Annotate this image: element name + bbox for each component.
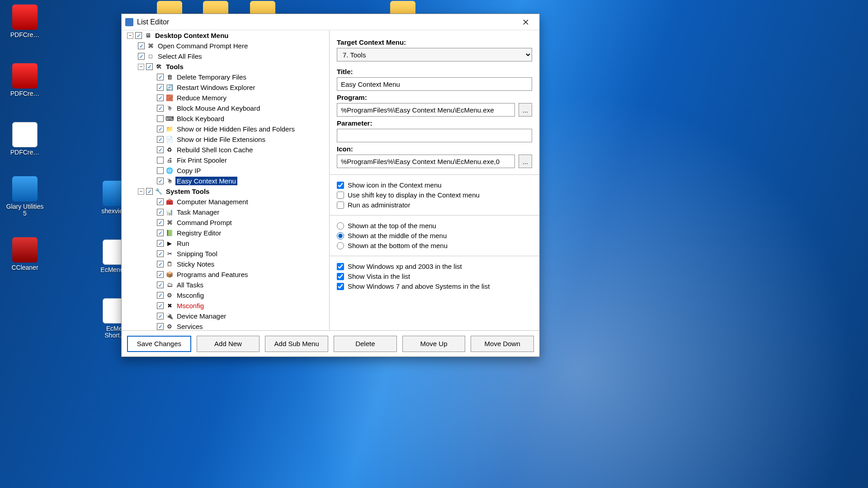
tree-checkbox[interactable] xyxy=(157,84,164,91)
desktop-icon[interactable]: CCleaner xyxy=(5,237,45,271)
position-radio[interactable]: Shown at the bottom of the menu xyxy=(337,242,532,249)
tree-node[interactable]: □Select All Files xyxy=(122,51,329,61)
radio-input[interactable] xyxy=(337,242,344,249)
tree-checkbox[interactable] xyxy=(157,115,164,122)
tree-node[interactable]: 📄Show or Hide File Extensions xyxy=(122,134,329,145)
tree-checkbox[interactable] xyxy=(157,146,164,153)
tree-node[interactable]: ✂Snipping Tool xyxy=(122,249,329,259)
desktop-icon[interactable]: Glary Utilities 5 xyxy=(5,176,45,217)
tree-node[interactable]: −🔧System Tools xyxy=(122,186,329,197)
tree-node[interactable]: ♻Rebuild Shell Icon Cache xyxy=(122,145,329,155)
tree-checkbox[interactable] xyxy=(157,282,164,288)
checkbox-input[interactable] xyxy=(337,263,344,270)
tree-node[interactable]: −🛠Tools xyxy=(122,61,329,72)
tree-checkbox[interactable] xyxy=(157,302,164,309)
radio-input[interactable] xyxy=(337,222,344,230)
expand-toggle[interactable]: − xyxy=(127,33,133,39)
tree-checkbox[interactable] xyxy=(157,230,164,236)
option-checkbox[interactable]: Use shift key to display in the Context … xyxy=(337,191,532,199)
add-sub-menu-button[interactable]: Add Sub Menu xyxy=(265,336,328,352)
radio-input[interactable] xyxy=(337,232,344,239)
tree-checkbox[interactable] xyxy=(157,136,164,143)
expand-toggle[interactable]: − xyxy=(138,188,144,195)
tree-checkbox[interactable] xyxy=(157,157,164,164)
option-checkbox[interactable]: Show icon in the Context menu xyxy=(337,181,532,189)
tree-node[interactable]: 🧱Reduce Memory xyxy=(122,93,329,103)
tree-checkbox[interactable] xyxy=(135,32,142,39)
tree-checkbox[interactable] xyxy=(157,105,164,112)
expand-toggle[interactable]: − xyxy=(138,64,144,70)
tree-checkbox[interactable] xyxy=(146,188,153,195)
tree-checkbox[interactable] xyxy=(157,292,164,299)
icon-input[interactable] xyxy=(337,155,515,168)
position-radio[interactable]: Shown at the middle of the menu xyxy=(337,232,532,239)
position-radio[interactable]: Shown at the top of the menu xyxy=(337,222,532,230)
tree-node[interactable]: ⚙Services xyxy=(122,321,329,330)
tree-node[interactable]: ⚙Msconfig xyxy=(122,290,329,300)
tree-node[interactable]: ▶Run xyxy=(122,238,329,249)
move-up-button[interactable]: Move Up xyxy=(402,336,466,352)
tree-node[interactable]: 🗒Sticky Notes xyxy=(122,259,329,269)
tree-node[interactable]: 🖨Fix Print Spooler xyxy=(122,155,329,165)
target-select[interactable]: 7. Tools xyxy=(337,48,532,61)
title-input[interactable] xyxy=(337,77,532,91)
tree-checkbox[interactable] xyxy=(138,42,145,49)
tree-checkbox[interactable] xyxy=(157,94,164,101)
tree-node[interactable]: 🌐Copy IP xyxy=(122,165,329,176)
tree-checkbox[interactable] xyxy=(157,240,164,247)
tree-scroll[interactable]: −🖥Desktop Context Menu⌘Open Command Prom… xyxy=(122,30,329,330)
tree-checkbox[interactable] xyxy=(157,323,164,330)
add-new-button[interactable]: Add New xyxy=(197,336,260,352)
tree-node[interactable]: 🗂All Tasks xyxy=(122,280,329,290)
tree-node[interactable]: 🔌Device Manager xyxy=(122,311,329,321)
tree-node[interactable]: 📗Registry Editor xyxy=(122,228,329,238)
checkbox-input[interactable] xyxy=(337,182,344,189)
checkbox-input[interactable] xyxy=(337,192,344,199)
desktop-icon[interactable]: PDFCre… xyxy=(5,122,45,156)
tree-node[interactable]: 🖱Easy Context Menu xyxy=(122,176,329,186)
tree-checkbox[interactable] xyxy=(138,53,145,60)
program-browse-button[interactable]: ... xyxy=(519,103,532,117)
icon-browse-button[interactable]: ... xyxy=(519,155,532,168)
checkbox-input[interactable] xyxy=(337,202,344,209)
tree-checkbox[interactable] xyxy=(157,313,164,319)
option-checkbox[interactable]: Show Vista in the list xyxy=(337,272,532,280)
parameter-input[interactable] xyxy=(337,129,532,142)
program-input[interactable] xyxy=(337,103,515,117)
tree-checkbox[interactable] xyxy=(157,74,164,80)
tree-node[interactable]: 📁Show or Hide Hidden Files and Folders xyxy=(122,124,329,134)
tree-checkbox[interactable] xyxy=(157,250,164,257)
desktop-icon[interactable]: PDFCre… xyxy=(5,5,45,38)
checkbox-input[interactable] xyxy=(337,273,344,280)
tree-node[interactable]: 🖰Block Mouse And Keyboard xyxy=(122,103,329,113)
tree-node[interactable]: 🗑Delete Temporary Files xyxy=(122,72,329,82)
titlebar[interactable]: List Editor xyxy=(122,14,539,30)
delete-button[interactable]: Delete xyxy=(334,336,397,352)
close-button[interactable] xyxy=(516,16,536,28)
tree-checkbox[interactable] xyxy=(157,209,164,216)
tree-checkbox[interactable] xyxy=(157,198,164,205)
tree-checkbox[interactable] xyxy=(157,126,164,132)
move-down-button[interactable]: Move Down xyxy=(471,336,534,352)
tree-node[interactable]: 📦Programs and Features xyxy=(122,269,329,280)
option-checkbox[interactable]: Show Windows 7 and above Systems in the … xyxy=(337,282,532,290)
tree-node[interactable]: ⌨Block Keyboard xyxy=(122,113,329,124)
tree-node[interactable]: ⌘Command Prompt xyxy=(122,217,329,228)
tree-checkbox[interactable] xyxy=(157,261,164,267)
tree-checkbox[interactable] xyxy=(157,219,164,226)
option-checkbox[interactable]: Run as administrator xyxy=(337,201,532,209)
tree-node[interactable]: 🔄Restart Windows Explorer xyxy=(122,82,329,93)
tree-checkbox[interactable] xyxy=(157,167,164,174)
tree-node[interactable]: ⌘Open Command Prompt Here xyxy=(122,41,329,51)
tree-node[interactable]: 🧰Computer Management xyxy=(122,197,329,207)
save-changes-button[interactable]: Save Changes xyxy=(127,336,191,352)
checkbox-input[interactable] xyxy=(337,283,344,290)
tree-node[interactable]: −🖥Desktop Context Menu xyxy=(122,30,329,41)
tree-checkbox[interactable] xyxy=(157,271,164,278)
tree-checkbox[interactable] xyxy=(157,178,164,184)
tree-checkbox[interactable] xyxy=(146,63,153,70)
tree-node[interactable]: ✖Msconfig xyxy=(122,300,329,311)
option-checkbox[interactable]: Show Windows xp and 2003 in the list xyxy=(337,263,532,270)
tree-node[interactable]: 📊Task Manager xyxy=(122,207,329,217)
desktop-icon[interactable]: PDFCre… xyxy=(5,63,45,97)
